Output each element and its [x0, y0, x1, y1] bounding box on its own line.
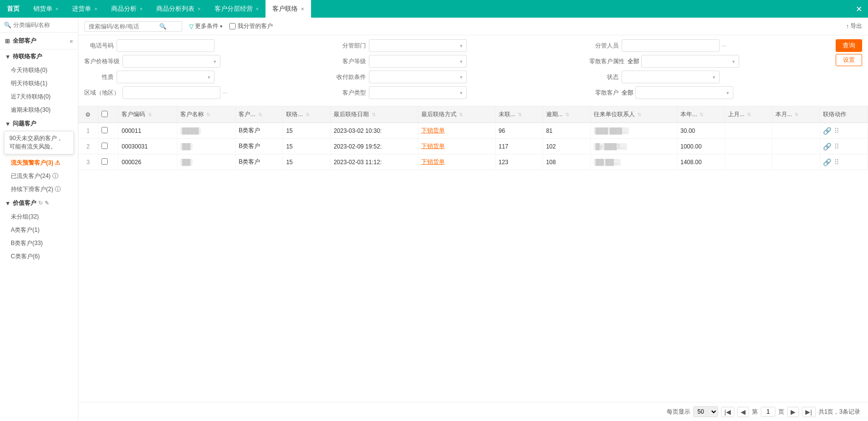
filter-status-select[interactable]: ▾ [622, 71, 720, 83]
filter-price-select[interactable]: ▾ [122, 55, 220, 68]
row-link-icon[interactable]: 🔗 [823, 127, 831, 135]
sidebar-group-pending[interactable]: ▼ 待联络客户 [0, 50, 78, 64]
sort-contact-icon[interactable]: ⇅ [306, 112, 310, 117]
region-more-icon[interactable]: ··· [222, 89, 227, 96]
sort-this-month-icon[interactable]: ⇅ [795, 112, 798, 117]
filter-phone-input[interactable] [117, 39, 215, 52]
tab-customer-segment[interactable]: 客户分层经营 × [208, 0, 265, 18]
sidebar-item-tomorrow[interactable]: 明天待联络(1) [0, 77, 78, 90]
sort-overdue-icon[interactable]: ⇅ [565, 112, 569, 117]
row-last-date: 2023-02-09 19:52: [331, 139, 418, 154]
query-button[interactable]: 查询 [836, 39, 862, 52]
tab-purchase-close[interactable]: × [94, 6, 97, 12]
export-btn[interactable]: ↑ 导出 [846, 22, 862, 30]
row-last-date: 2023-03-02 10:30: [331, 123, 418, 139]
sidebar-item-7days[interactable]: 近7天待联络(0) [0, 90, 78, 103]
sidebar-item-today[interactable]: 今天待联络(0) [0, 64, 78, 77]
tab-sales[interactable]: 销货单 × [26, 0, 65, 18]
row-more-icon[interactable]: ⠿ [834, 158, 839, 166]
page-number-input[interactable] [761, 407, 775, 417]
sort-date-icon[interactable]: ⇅ [372, 112, 376, 117]
filter-region-cell: 区域（地区） ··· [84, 86, 327, 99]
person-more-icon[interactable]: ··· [722, 42, 726, 49]
sort-unit-icon[interactable]: ⇅ [637, 112, 641, 117]
search-icon[interactable]: 🔍 [159, 23, 167, 30]
sidebar-group-problem[interactable]: ▼ 问题客户 [0, 117, 78, 131]
sidebar-item-unclassified[interactable]: 未分组(32) [0, 210, 78, 223]
filter-payment-select[interactable]: ▾ [369, 71, 467, 83]
row-code: 00030031 [119, 139, 177, 154]
sidebar-item-churn-warning[interactable]: 流失预警客户(3) ⚠ [0, 156, 78, 170]
filter-region-input[interactable] [122, 86, 220, 99]
row-checkbox[interactable] [98, 139, 119, 154]
next-page-btn[interactable]: ▶ [787, 407, 799, 417]
filter-cust-type-select[interactable]: ▾ [369, 86, 467, 99]
filter-zero-retail-select[interactable]: ▾ [635, 86, 733, 99]
tab-purchase[interactable]: 进货单 × [65, 0, 104, 18]
sidebar-item-overdue[interactable]: 逾期未联络(30) [0, 103, 78, 117]
filter-gender-select[interactable]: ▾ [117, 71, 215, 83]
page-size-select[interactable]: 50 100 [693, 406, 718, 417]
export-icon: ↑ [846, 23, 849, 30]
sidebar-item-churned[interactable]: 已流失客户(24) ⓘ [0, 170, 78, 183]
search-input[interactable] [89, 23, 157, 30]
my-customers-checkbox[interactable] [229, 23, 236, 29]
sidebar-search-input[interactable] [13, 22, 74, 28]
sidebar-all-customers[interactable]: ⊞ 全部客户 « [0, 33, 78, 50]
main-layout: 🔍 ⊞ 全部客户 « ▼ 待联络客户 今天待联络(0) 明天待联络(1) 近7天… [0, 18, 868, 421]
tab-analysis[interactable]: 商品分析 × [104, 0, 149, 18]
row-last-method[interactable]: 下销货单 [418, 123, 495, 139]
select-all-checkbox[interactable] [101, 111, 108, 117]
first-page-btn[interactable]: |◀ [721, 407, 734, 417]
my-customers-checkbox-label[interactable]: 我分管的客户 [229, 22, 273, 30]
sort-year-icon[interactable]: ⇅ [699, 112, 703, 117]
tab-customer-link[interactable]: 客户联络 × [265, 0, 311, 18]
filter-cust-level-select[interactable]: ▾ [369, 55, 467, 68]
th-settings[interactable]: ⚙ [78, 106, 98, 123]
sort-un-icon[interactable]: ⇅ [518, 112, 522, 117]
last-page-btn[interactable]: ▶| [802, 407, 815, 417]
sidebar-item-c-class[interactable]: C类客户(6) [0, 250, 78, 263]
sidebar-search-icon: 🔍 [4, 22, 11, 28]
sidebar-group-value[interactable]: ▼ 价值客户 ↻ ✎ [0, 196, 78, 210]
row-link-icon[interactable]: 🔗 [823, 143, 831, 150]
sort-code-icon[interactable]: ⇅ [148, 112, 152, 117]
prev-page-btn[interactable]: ◀ [737, 407, 749, 417]
sort-name-icon[interactable]: ⇅ [206, 112, 210, 117]
refresh-icon[interactable]: ↻ [38, 200, 43, 206]
sort-method-icon[interactable]: ⇅ [459, 112, 463, 117]
filter-dept-select[interactable]: ▾ [369, 39, 467, 52]
filter-phone-cell: 电话号码 [84, 39, 327, 52]
tab-analysis-table-close[interactable]: × [197, 6, 200, 12]
edit-icon[interactable]: ✎ [45, 200, 49, 206]
tab-analysis-close[interactable]: × [140, 6, 143, 12]
row-last-method[interactable]: 下销货单 [418, 139, 495, 154]
settings-button[interactable]: 设置 [836, 54, 862, 66]
sort-last-month-icon[interactable]: ⇅ [747, 112, 751, 117]
filter-person-input[interactable] [622, 39, 720, 52]
sort-type-icon[interactable]: ⇅ [258, 112, 262, 117]
tab-customer-link-close[interactable]: × [301, 6, 304, 12]
tab-home[interactable]: 首页 [0, 0, 26, 18]
row-checkbox[interactable] [98, 154, 119, 170]
row-last-method[interactable]: 下销货单 [418, 154, 495, 170]
row-more-icon[interactable]: ⠿ [834, 143, 839, 150]
row-link-icon[interactable]: 🔗 [823, 158, 831, 166]
sidebar-item-b-class[interactable]: B类客户(33) [0, 237, 78, 250]
row-checkbox[interactable] [98, 123, 119, 139]
sidebar-item-a-class[interactable]: A类客户(1) [0, 223, 78, 237]
page-label-pre: 第 [752, 408, 758, 416]
row-this-year: 1408.00 [677, 154, 724, 170]
group-pending-label: 待联络客户 [13, 52, 42, 61]
filter-zero-attr-select[interactable]: ▾ [641, 55, 739, 68]
sidebar-item-declining[interactable]: 持续下滑客户(2) ⓘ [0, 183, 78, 196]
more-filter-btn[interactable]: ▽ 更多条件 ▾ [186, 21, 225, 32]
filter-gender-cell: 性质 ▾ [84, 71, 327, 83]
tab-analysis-table[interactable]: 商品分析列表 × [149, 0, 207, 18]
tab-customer-segment-close[interactable]: × [256, 6, 259, 12]
arrow-down-icon2: ▼ [5, 121, 11, 127]
tab-sales-close[interactable]: × [55, 6, 58, 12]
row-more-icon[interactable]: ⠿ [834, 127, 839, 135]
row-last-month [724, 154, 772, 170]
close-window-icon[interactable]: ✕ [856, 4, 868, 14]
